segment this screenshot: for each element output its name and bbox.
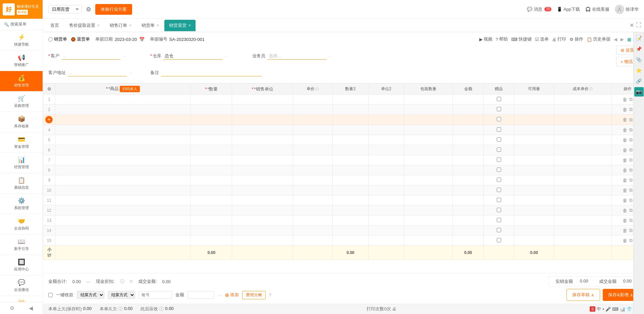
amount-cell-5[interactable]	[453, 135, 484, 145]
price-cell-6[interactable]	[293, 145, 332, 155]
product-cell-5[interactable]	[55, 135, 191, 145]
note-input[interactable]	[161, 69, 262, 76]
tabs-close-btn[interactable]: ✕	[630, 22, 634, 28]
cost-price-cell-5[interactable]	[554, 135, 611, 145]
gift-cell-3[interactable]	[483, 115, 514, 125]
sidebar-item-finance[interactable]: 💳 资金管理	[0, 132, 43, 153]
unit2-cell-9[interactable]	[368, 175, 404, 185]
amount-cell-6[interactable]	[453, 145, 484, 155]
shortcut-btn[interactable]: ⌨ 快捷键	[511, 36, 532, 42]
radio-return-input[interactable]	[71, 37, 75, 42]
cost-price-cell-11[interactable]	[554, 195, 611, 205]
gift-checkbox-5[interactable]	[497, 137, 501, 142]
price-cell-2[interactable]	[293, 105, 332, 115]
tab-sales-return[interactable]: 销货退货 ×	[164, 20, 196, 31]
copy-row-btn-12[interactable]: ⧉	[629, 207, 633, 213]
delete-row-btn-3[interactable]: 🗑	[623, 117, 627, 123]
unit2-cell-11[interactable]	[368, 195, 404, 205]
unit-cell-7[interactable]	[232, 155, 293, 165]
price-cell-12[interactable]	[293, 205, 332, 215]
unit-cell-15[interactable]	[232, 236, 293, 246]
gift-checkbox-6[interactable]	[497, 147, 501, 152]
amount-cell-15[interactable]	[453, 236, 484, 246]
copy-row-btn-3[interactable]: ⧉	[629, 117, 633, 123]
gift-checkbox-7[interactable]	[497, 158, 501, 162]
available-cell-14[interactable]	[514, 226, 554, 236]
unit-cell-8[interactable]	[232, 165, 293, 175]
price-cell-11[interactable]	[293, 195, 332, 205]
unit2-cell-5[interactable]	[368, 135, 404, 145]
tool3[interactable]: 🎤	[605, 307, 611, 312]
history-btn[interactable]: 📋 历史单据	[587, 36, 610, 42]
sidebar-item-quicknav[interactable]: ⚡ 快捷导航	[0, 30, 43, 51]
copy-row-btn-2[interactable]: ⧉	[629, 107, 633, 112]
copy-row-btn-15[interactable]: ⧉	[629, 238, 633, 243]
sidebar-item-guide[interactable]: 📖 新手引导	[0, 235, 43, 255]
qty-cell-12[interactable]	[191, 205, 232, 215]
unit2-cell-1[interactable]	[368, 95, 404, 105]
gift-checkbox-10[interactable]	[497, 188, 501, 192]
sidebar-item-wechat[interactable]: 💬 企业微信	[0, 275, 43, 296]
th-settings[interactable]: ⚙	[43, 84, 55, 95]
available-cell-4[interactable]	[514, 125, 554, 135]
delete-row-btn-14[interactable]: 🗑	[623, 228, 627, 233]
pkg-qty-cell-11[interactable]	[404, 195, 453, 205]
gift-cell-8[interactable]	[483, 165, 514, 175]
unit2-cell-12[interactable]	[368, 205, 404, 215]
sidebar-item-collab[interactable]: 🤝 企业协同	[0, 214, 43, 235]
gift-cell-13[interactable]	[483, 215, 514, 226]
tab-price-settings-close[interactable]: ×	[97, 23, 100, 28]
available-cell-6[interactable]	[514, 145, 554, 155]
pkg-qty-cell-15[interactable]	[404, 236, 453, 246]
product-cell-1[interactable]	[55, 95, 191, 105]
unit-cell-14[interactable]	[232, 226, 293, 236]
pkg-qty-cell-14[interactable]	[404, 226, 453, 236]
price-cell-14[interactable]	[293, 226, 332, 236]
price-cell-4[interactable]	[293, 125, 332, 135]
unit2-cell-10[interactable]	[368, 185, 404, 195]
video-btn[interactable]: ▶ 视频	[479, 36, 492, 42]
product-cell-9[interactable]	[55, 175, 191, 185]
pkg-qty-cell-1[interactable]	[404, 95, 453, 105]
date-value[interactable]: 2023-03-20	[115, 37, 137, 42]
payment-method-select[interactable]: 结算方式	[108, 291, 135, 299]
qty-cell-3[interactable]	[191, 115, 232, 125]
one-click-payment-checkbox[interactable]	[48, 293, 53, 297]
app-download-btn[interactable]: 📱 App下载	[557, 6, 580, 12]
gift-cell-2[interactable]	[483, 105, 514, 115]
unit2-cell-14[interactable]	[368, 226, 404, 236]
product-cell-13[interactable]	[55, 215, 191, 226]
cost-price-cell-4[interactable]	[554, 125, 611, 135]
print-icon-status[interactable]: 🖨	[392, 306, 396, 311]
unit-cell-10[interactable]	[232, 185, 293, 195]
cost-price-cell-14[interactable]	[554, 226, 611, 236]
qty-cell-2[interactable]	[191, 105, 232, 115]
delete-row-btn-15[interactable]: 🗑	[623, 238, 627, 243]
gift-checkbox-9[interactable]	[497, 178, 501, 182]
available-cell-2[interactable]	[514, 105, 554, 115]
warehouse-dots[interactable]: ···	[224, 54, 228, 59]
unit-cell-1[interactable]	[232, 95, 293, 105]
available-cell-1[interactable]	[514, 95, 554, 105]
select-btn[interactable]: ☑ 选单	[535, 36, 549, 42]
tool1[interactable]: 中	[597, 306, 601, 312]
gift-cell-1[interactable]	[483, 95, 514, 105]
account-input[interactable]	[139, 291, 172, 299]
pkg-qty-cell-2[interactable]	[404, 105, 453, 115]
message-btn[interactable]: 💬 消息 70	[527, 6, 551, 12]
qty-cell-15[interactable]	[191, 236, 232, 246]
available-cell-12[interactable]	[514, 205, 554, 215]
unit2-cell-4[interactable]	[368, 125, 404, 135]
unit2-cell-15[interactable]	[368, 236, 404, 246]
delete-row-btn-10[interactable]: 🗑	[623, 187, 627, 193]
amount-cell-12[interactable]	[453, 205, 484, 215]
copy-row-btn-1[interactable]: ⧉	[629, 97, 633, 102]
qty2-cell-9[interactable]	[333, 175, 369, 185]
save-draft-btn[interactable]: 保存草稿 ∧	[567, 289, 600, 301]
pkg-qty-cell-9[interactable]	[404, 175, 453, 185]
product-cell-4[interactable]	[55, 125, 191, 135]
gift-cell-15[interactable]	[483, 236, 514, 246]
sidebar-item-system[interactable]: ⚙️ 系统管理	[0, 194, 43, 214]
calendar-icon[interactable]: 📅	[139, 37, 145, 42]
unit-cell-13[interactable]	[232, 215, 293, 226]
